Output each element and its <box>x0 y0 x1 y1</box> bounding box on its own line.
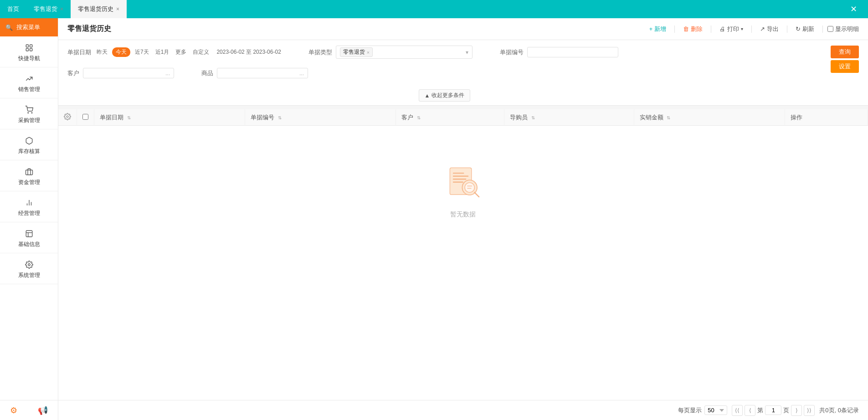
sidebar-item-quick-nav[interactable]: 快捷导航 <box>0 36 58 67</box>
prev-page-button[interactable]: ⟨ <box>745 405 755 416</box>
filter-group-voucher-type: 单据类型 零售退货 × ▾ <box>308 46 473 59</box>
tab-retail-return-history-close[interactable]: × <box>116 6 119 12</box>
voucher-no-label: 单据编号 <box>500 48 524 56</box>
voucher-type-tag-close[interactable]: × <box>367 50 370 55</box>
sidebar-volume-icon[interactable]: 📢 <box>38 405 48 415</box>
per-page-label: 每页显示 <box>678 406 702 415</box>
svg-rect-0 <box>26 45 28 47</box>
filter-cols: 单据日期 昨天 今天 近7天 近1月 更多 自定义 2023-06-02 至 2… <box>67 46 822 102</box>
page-number-input[interactable] <box>765 405 781 415</box>
print-dropdown-icon: ▾ <box>741 26 743 31</box>
th-customer[interactable]: 客户 ⇅ <box>396 109 504 126</box>
date-opt-1month[interactable]: 近1月 <box>154 47 171 57</box>
sidebar-item-sys-mgmt-label: 系统管理 <box>18 271 40 279</box>
voucher-no-input[interactable] <box>531 49 614 56</box>
query-settings-buttons: 查询 设置 <box>831 46 859 73</box>
export-icon: ↗ <box>760 26 765 32</box>
empty-state-cell: 暂无数据 <box>58 126 868 246</box>
last-page-button[interactable]: ⟩⟩ <box>804 405 815 416</box>
customer-input[interactable] <box>87 70 165 77</box>
goods-input[interactable] <box>221 70 299 77</box>
customer-label: 客户 <box>67 69 79 77</box>
sidebar-item-basic-info-label: 基础信息 <box>18 241 40 248</box>
sidebar-settings-icon[interactable]: ⚙ <box>10 405 17 415</box>
sidebar-item-sys-mgmt[interactable]: 系统管理 <box>0 253 58 284</box>
export-button[interactable]: ↗ 导出 <box>756 23 782 35</box>
th-amount[interactable]: 实销金额 ⇅ <box>634 109 785 126</box>
per-page-select[interactable]: 50 10 20 100 <box>704 405 727 415</box>
query-button[interactable]: 查询 <box>831 46 859 58</box>
date-opt-custom[interactable]: 自定义 <box>191 47 211 57</box>
table-body: 暂无数据 <box>58 126 868 246</box>
filter-row-1: 单据日期 昨天 今天 近7天 近1月 更多 自定义 2023-06-02 至 2… <box>67 46 822 59</box>
filter-group-voucher-no: 单据编号 <box>500 47 618 57</box>
delete-icon: 🗑 <box>683 26 689 32</box>
sidebar-search-button[interactable]: 🔍 搜索菜单 <box>0 18 58 36</box>
new-button[interactable]: + 新增 <box>646 23 670 35</box>
sidebar-item-inventory-label: 库存核算 <box>18 148 40 155</box>
divider2 <box>711 26 711 33</box>
date-opt-7days[interactable]: 近7天 <box>133 47 151 57</box>
th-date[interactable]: 单据日期 ⇅ <box>94 109 245 126</box>
th-guide[interactable]: 导购员 ⇅ <box>504 109 634 126</box>
inventory-icon <box>24 136 34 146</box>
page-title: 零售退货历史 <box>67 24 111 34</box>
collapse-filter-button[interactable]: ▲ 收起更多条件 <box>419 89 471 102</box>
voucher-type-select[interactable]: 零售退货 × ▾ <box>336 46 473 59</box>
sidebar-item-quick-nav-label: 快捷导航 <box>18 55 40 62</box>
sidebar: 🔍 搜索菜单 快捷导航 销售管理 采购管理 <box>0 18 58 420</box>
sidebar-item-sales-mgmt-label: 销售管理 <box>18 86 40 93</box>
sidebar-item-ops-mgmt[interactable]: 经营管理 <box>0 191 58 222</box>
filter-group-customer: 客户 ... <box>67 68 174 78</box>
sidebar-item-finance-mgmt[interactable]: 资金管理 <box>0 160 58 191</box>
voucher-type-dropdown-icon: ▾ <box>466 49 468 56</box>
divider4 <box>787 26 787 33</box>
svg-point-13 <box>28 264 30 266</box>
th-settings[interactable] <box>58 109 77 126</box>
next-page-button[interactable]: ⟩ <box>791 405 802 416</box>
th-amount-sort-icon: ⇅ <box>667 115 670 120</box>
tab-home[interactable]: 首页 <box>0 0 26 18</box>
page-label-prefix: 第 <box>757 406 763 415</box>
th-voucher-no[interactable]: 单据编号 ⇅ <box>245 109 396 126</box>
basic-info-icon <box>24 229 34 239</box>
th-guide-sort-icon: ⇅ <box>531 115 535 120</box>
tab-retail-return-history[interactable]: 零售退货历史 × <box>71 0 127 18</box>
sidebar-item-ops-mgmt-label: 经营管理 <box>18 210 40 217</box>
svg-rect-6 <box>26 170 32 175</box>
collapse-icon: ▲ <box>425 92 430 99</box>
filter-group-date: 单据日期 昨天 今天 近7天 近1月 更多 自定义 2023-06-02 至 2… <box>67 47 281 57</box>
date-opt-yesterday[interactable]: 昨天 <box>95 47 109 57</box>
sidebar-item-sales-mgmt[interactable]: 销售管理 <box>0 67 58 98</box>
date-label: 单据日期 <box>67 48 91 56</box>
search-icon: 🔍 <box>5 24 13 31</box>
select-all-checkbox[interactable] <box>82 114 88 120</box>
collapse-btn-row: ▲ 收起更多条件 <box>67 87 822 102</box>
window-close-button[interactable]: ✕ <box>847 4 861 14</box>
refresh-button[interactable]: ↻ 刷新 <box>792 23 818 35</box>
tab-bar: 首页 零售退货 × 零售退货历史 × <box>0 0 847 18</box>
sidebar-nav: 快捷导航 销售管理 采购管理 库存核算 <box>0 36 58 400</box>
tab-retail-return-close[interactable]: × <box>60 6 63 12</box>
show-detail-checkbox[interactable] <box>827 26 833 32</box>
page-label-suffix: 页 <box>783 406 789 415</box>
sidebar-item-purchase-mgmt[interactable]: 采购管理 <box>0 98 58 129</box>
delete-button[interactable]: 🗑 删除 <box>679 23 706 35</box>
sidebar-item-inventory[interactable]: 库存核算 <box>0 129 58 160</box>
quick-nav-icon <box>24 43 34 53</box>
page-header: 零售退货历史 + 新增 🗑 删除 🖨 打印 ▾ ↗ 导出 <box>58 18 868 40</box>
voucher-type-label: 单据类型 <box>308 48 332 56</box>
sidebar-item-basic-info[interactable]: 基础信息 <box>0 222 58 253</box>
tab-retail-return[interactable]: 零售退货 × <box>26 0 71 18</box>
date-opt-more[interactable]: 更多 <box>174 47 188 57</box>
th-checkbox[interactable] <box>77 109 94 126</box>
customer-input-dots: ... <box>165 70 170 77</box>
empty-state: 暂无数据 <box>58 126 868 246</box>
show-detail-checkbox-label[interactable]: 显示明细 <box>827 25 859 33</box>
date-options: 昨天 今天 近7天 近1月 更多 自定义 <box>95 47 211 57</box>
date-opt-today[interactable]: 今天 <box>112 47 130 57</box>
sidebar-item-purchase-mgmt-label: 采购管理 <box>18 117 40 124</box>
print-button[interactable]: 🖨 打印 ▾ <box>716 23 747 35</box>
filter-settings-button[interactable]: 设置 <box>831 60 859 73</box>
first-page-button[interactable]: ⟨⟨ <box>732 405 743 416</box>
